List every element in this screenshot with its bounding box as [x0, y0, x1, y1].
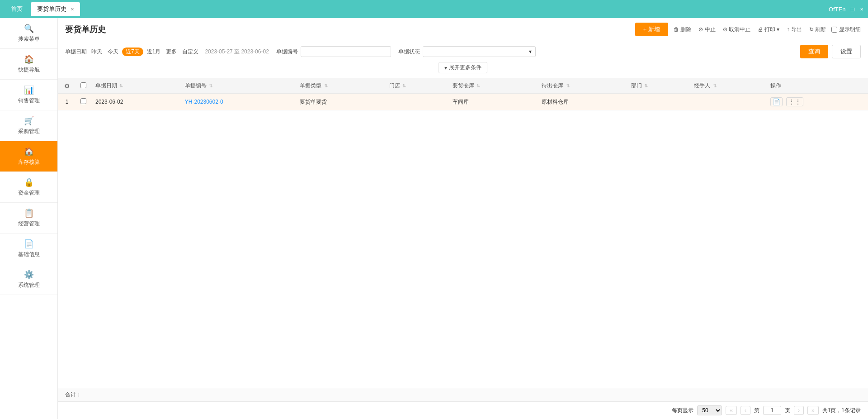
next-page-button[interactable]: ›	[794, 406, 804, 415]
row-more-button[interactable]: ⋮⋮	[786, 97, 803, 106]
sidebar-item-sales[interactable]: 📊 销售管理	[0, 80, 57, 110]
sidebar-item-operation[interactable]: 📋 经营管理	[0, 203, 57, 233]
sidebar-item-basic-info[interactable]: 📄 基础信息	[0, 233, 57, 264]
tab-home-label: 首页	[11, 5, 23, 13]
system-icon: ⚙️	[24, 270, 34, 280]
tab-home[interactable]: 首页	[5, 2, 29, 16]
page-label2: 页	[785, 407, 790, 414]
tab-close-icon[interactable]: ×	[71, 6, 74, 12]
main-table: ⚙ 单据日期 ⇅ 单据编号 ⇅	[58, 78, 868, 110]
purchase-icon: 🛒	[24, 116, 34, 126]
print-button[interactable]: 🖨 打印 ▾	[756, 25, 781, 34]
sidebar-item-label: 基础信息	[18, 251, 40, 258]
sidebar-item-finance[interactable]: 🔒 资金管理	[0, 172, 57, 203]
pagination: 每页显示 50 10 20 100 « ‹ 第 页 › » 共1页，1条记录	[58, 401, 868, 419]
sort-department-icon[interactable]: ⇅	[644, 83, 648, 88]
row-bill-type: 要货单要货	[295, 94, 385, 110]
first-page-button[interactable]: «	[726, 406, 737, 415]
export-button[interactable]: ↑ 导出	[785, 25, 803, 34]
sidebar-item-inventory[interactable]: 🏠 库存核算	[0, 141, 57, 172]
tab-list: 首页 要货单历史 ×	[5, 2, 829, 16]
row-num: 1	[58, 94, 76, 110]
sort-bill-type-icon[interactable]: ⇅	[324, 83, 328, 88]
column-settings-icon[interactable]: ⚙	[64, 82, 70, 90]
sort-req-warehouse-icon[interactable]: ⇅	[476, 83, 480, 88]
row-store	[385, 94, 448, 110]
page-size-select[interactable]: 50 10 20 100	[697, 405, 722, 415]
sort-handler-icon[interactable]: ⇅	[713, 83, 717, 88]
refresh-button[interactable]: ↻ 刷新	[807, 25, 828, 34]
date-btn-1month[interactable]: 近1月	[145, 48, 163, 56]
bill-no-input[interactable]	[301, 46, 391, 57]
date-btn-today[interactable]: 今天	[106, 48, 120, 56]
filter-date: 单据日期 昨天 今天 近7天 近1月 更多 自定义 2023-05-27 至 2…	[65, 48, 269, 56]
sidebar-item-quick-nav[interactable]: 🏠 快捷导航	[0, 49, 57, 80]
bill-no-link[interactable]: YH-20230602-0	[185, 99, 223, 105]
close-button[interactable]: ×	[860, 6, 863, 13]
inventory-icon: 🏠	[24, 147, 34, 157]
row-bill-date: 2023-06-02	[91, 94, 180, 110]
filter-bill-status: 单据状态 ▾	[398, 46, 536, 57]
select-all-checkbox[interactable]	[80, 82, 86, 88]
sidebar-item-label: 库存核算	[18, 158, 40, 166]
print-label: 🖨 打印	[758, 26, 775, 33]
prev-page-button[interactable]: ‹	[741, 406, 750, 415]
display-detail-checkbox[interactable]	[831, 27, 837, 33]
display-detail-toggle[interactable]: 显示明细	[831, 26, 861, 33]
page-header: 要货单历史 + 新增 🗑 删除 ⊘ 中止 ⊘ 取消中止 🖨 打印 ▾	[58, 18, 868, 40]
row-handler	[689, 94, 766, 110]
col-settings: ⚙	[58, 78, 76, 94]
display-detail-label: 显示明细	[839, 26, 861, 33]
content-area: 要货单历史 + 新增 🗑 删除 ⊘ 中止 ⊘ 取消中止 🖨 打印 ▾	[58, 18, 868, 419]
expand-more-row: ▾ 展开更多条件	[65, 62, 861, 73]
sidebar-item-search-menu[interactable]: 🔍 搜索菜单	[0, 18, 57, 49]
row-bill-no: YH-20230602-0	[180, 94, 296, 110]
page-number-input[interactable]	[763, 406, 781, 415]
sort-bill-no-icon[interactable]: ⇅	[209, 83, 212, 88]
cancel-suspend-button[interactable]: ⊘ 取消中止	[721, 25, 752, 34]
date-filter-buttons: 昨天 今天 近7天 近1月 更多 自定义	[90, 48, 200, 56]
bill-status-select[interactable]: ▾	[423, 46, 536, 57]
delete-button[interactable]: 🗑 删除	[672, 25, 693, 34]
date-btn-more[interactable]: 更多	[164, 48, 179, 56]
row-checkbox-cell	[76, 94, 91, 110]
date-range-display: 2023-05-27 至 2023-06-02	[205, 48, 269, 56]
often-label: OfTEn	[829, 6, 846, 13]
col-bill-date: 单据日期 ⇅	[91, 78, 180, 94]
query-button[interactable]: 查询	[800, 45, 828, 58]
col-department-label: 部门	[631, 82, 642, 89]
tab-requisition-label: 要货单历史	[37, 5, 66, 13]
page-title-row: 要货单历史 + 新增 🗑 删除 ⊘ 中止 ⊘ 取消中止 🖨 打印 ▾	[65, 23, 861, 36]
row-view-button[interactable]: 📄	[770, 97, 783, 106]
date-btn-7days[interactable]: 近7天	[122, 48, 143, 56]
col-actions-label: 操作	[770, 82, 781, 89]
sidebar-item-label: 资金管理	[18, 189, 40, 197]
maximize-button[interactable]: □	[851, 6, 855, 13]
date-btn-yesterday[interactable]: 昨天	[90, 48, 104, 56]
sort-bill-date-icon[interactable]: ⇅	[119, 83, 123, 88]
sidebar-item-purchase[interactable]: 🛒 采购管理	[0, 110, 57, 141]
filter-row-1: 单据日期 昨天 今天 近7天 近1月 更多 自定义 2023-05-27 至 2…	[65, 45, 861, 58]
export-label: ↑ 导出	[787, 26, 802, 33]
suspend-button[interactable]: ⊘ 中止	[697, 25, 717, 34]
settings-button[interactable]: 设置	[832, 45, 861, 58]
date-filter-label: 单据日期	[65, 48, 87, 56]
row-checkbox[interactable]	[80, 98, 86, 104]
print-dropdown-icon[interactable]: ▾	[777, 26, 779, 33]
main-layout: 🔍 搜索菜单 🏠 快捷导航 📊 销售管理 🛒 采购管理 🏠 库存核算 🔒 资金管…	[0, 18, 868, 419]
sidebar-item-label: 采购管理	[18, 128, 40, 135]
last-page-button[interactable]: »	[807, 406, 819, 415]
col-checkbox	[76, 78, 91, 94]
expand-more-button[interactable]: ▾ 展开更多条件	[439, 62, 487, 73]
date-btn-custom[interactable]: 自定义	[180, 48, 200, 56]
sidebar-item-system[interactable]: ⚙️ 系统管理	[0, 264, 57, 295]
toolbar: + 新增 🗑 删除 ⊘ 中止 ⊘ 取消中止 🖨 打印 ▾	[635, 23, 861, 36]
tab-requisition-history[interactable]: 要货单历史 ×	[31, 2, 80, 16]
sort-pending-warehouse-icon[interactable]: ⇅	[566, 83, 570, 88]
row-req-warehouse: 车间库	[448, 94, 538, 110]
expand-label: 展开更多条件	[449, 64, 481, 71]
sort-store-icon[interactable]: ⇅	[402, 83, 406, 88]
table-container: ⚙ 单据日期 ⇅ 单据编号 ⇅	[58, 78, 868, 388]
new-button[interactable]: + 新增	[635, 23, 668, 36]
row-action-buttons: 📄 ⋮⋮	[770, 97, 863, 106]
